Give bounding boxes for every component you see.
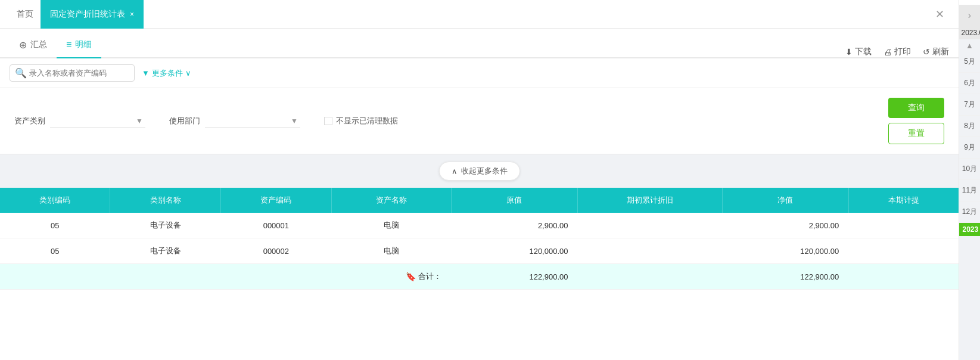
reset-button[interactable]: 重置	[888, 123, 944, 144]
table-header-row: 类别编码 类别名称 资产编码 资产名称 原值 期初累计折旧 净值 本期计提	[0, 188, 959, 213]
summary-icon: ⊕	[19, 39, 27, 51]
cell-category-code: 05	[0, 213, 110, 238]
tab-detail-label: 明细	[75, 39, 92, 50]
tab-detail[interactable]: ≡ 明细	[57, 32, 101, 58]
month-item[interactable]: 11月	[959, 180, 981, 201]
table-row: 05 电子设备 000001 电脑 2,900.00 2,900.00	[0, 213, 959, 238]
col-asset-code: 资产编码	[220, 188, 331, 213]
table-row: 05 电子设备 000002 电脑 120,000.00 120,000.00	[0, 238, 959, 264]
window-close-button[interactable]: ✕	[931, 8, 949, 21]
col-acc-depreciation: 期初累计折旧	[578, 188, 723, 213]
tab-close-icon[interactable]: ×	[130, 10, 134, 18]
cell-current-depreciation	[848, 238, 959, 264]
cell-category-name: 电子设备	[110, 238, 221, 264]
month-item[interactable]: 9月	[959, 137, 981, 159]
col-category-code: 类别编码	[0, 188, 110, 213]
right-panel: › 2023.01 ▲ 5月6月7月8月9月10月11月12月 2023	[959, 0, 980, 360]
month-item[interactable]: 8月	[959, 116, 981, 137]
department-label: 使用部门	[169, 116, 200, 126]
query-button[interactable]: 查询	[888, 98, 944, 118]
hide-cleared-label: 不显示已清理数据	[336, 116, 398, 126]
download-button[interactable]: ⬇ 下载	[845, 46, 872, 57]
col-original-value: 原值	[451, 188, 577, 213]
table-wrap: 类别编码 类别名称 资产编码 资产名称 原值 期初累计折旧 净值 本期计提 05…	[0, 188, 959, 360]
year-badge[interactable]: 2023	[959, 223, 981, 236]
month-nav: 5月6月7月8月9月10月11月12月	[959, 51, 981, 223]
more-conditions-label: 更多条件	[152, 68, 183, 79]
refresh-button[interactable]: ↺ 刷新	[923, 46, 949, 57]
chevron-up-icon: ∧	[452, 167, 458, 176]
cell-net-value: 2,900.00	[722, 213, 848, 238]
total-icon: 🔖	[406, 272, 416, 281]
scroll-up-button[interactable]: ▲	[959, 39, 981, 51]
tab-actions: ⬇ 下载 🖨 打印 ↺ 刷新	[845, 46, 949, 57]
collapse-button[interactable]: ∧ 收起更多条件	[439, 162, 520, 181]
total-empty-1	[0, 264, 110, 290]
print-button[interactable]: 🖨 打印	[883, 46, 911, 57]
tab-summary-label: 汇总	[30, 39, 47, 50]
month-item[interactable]: 7月	[959, 94, 981, 116]
asset-category-field: 资产类别 ▼	[14, 114, 145, 128]
download-icon: ⬇	[845, 47, 853, 57]
col-net-value: 净值	[722, 188, 848, 213]
date-display: 2023.01	[959, 26, 981, 39]
cell-acc-depreciation	[578, 238, 723, 264]
total-net-value: 122,900.00	[722, 264, 848, 290]
chevron-down-icon: ∨	[185, 69, 191, 77]
active-tab[interactable]: 固定资产折旧统计表 ×	[41, 0, 144, 29]
cell-category-code: 05	[0, 238, 110, 264]
filter-bar: 🔍 ▼ 更多条件 ∨	[0, 58, 959, 88]
top-nav: 首页 固定资产折旧统计表 × ✕	[0, 0, 959, 29]
filter-buttons: 查询 重置	[888, 98, 944, 144]
month-item[interactable]: 10月	[959, 159, 981, 180]
total-original-value: 122,900.00	[451, 264, 577, 290]
search-icon: 🔍	[15, 67, 27, 79]
print-label: 打印	[894, 46, 911, 57]
print-icon: 🖨	[883, 47, 892, 57]
refresh-label: 刷新	[932, 46, 949, 57]
search-wrap[interactable]: 🔍	[10, 64, 135, 82]
col-current-depreciation: 本期计提	[848, 188, 959, 213]
filter-icon: ▼	[142, 69, 150, 77]
refresh-icon: ↺	[923, 47, 930, 57]
collapse-label: 收起更多条件	[461, 166, 508, 176]
more-conditions-button[interactable]: ▼ 更多条件 ∨	[142, 68, 191, 79]
asset-category-select[interactable]: ▼	[50, 114, 145, 128]
cell-acc-depreciation	[578, 213, 723, 238]
cell-category-name: 电子设备	[110, 213, 221, 238]
total-label-cell: 🔖 合计：	[331, 264, 451, 290]
col-category-name: 类别名称	[110, 188, 221, 213]
cell-original-value: 2,900.00	[451, 213, 577, 238]
total-row: 🔖 合计： 122,900.00 122,900.00	[0, 264, 959, 290]
col-asset-name: 资产名称	[331, 188, 451, 213]
total-empty-3	[220, 264, 331, 290]
detail-icon: ≡	[66, 39, 71, 50]
download-label: 下载	[855, 46, 872, 57]
tab-bar: ⊕ 汇总 ≡ 明细 ⬇ 下载 🖨 打印 ↺ 刷新	[0, 29, 959, 58]
total-label-text: 合计：	[418, 271, 441, 282]
month-item[interactable]: 5月	[959, 51, 981, 73]
cell-current-depreciation	[848, 213, 959, 238]
cell-asset-code: 000001	[220, 213, 331, 238]
tab-title: 固定资产折旧统计表	[50, 9, 125, 20]
asset-category-label: 资产类别	[14, 116, 45, 126]
total-empty-2	[110, 264, 221, 290]
month-item[interactable]: 6月	[959, 73, 981, 94]
advanced-filter: 资产类别 ▼ 使用部门 ▼ 不显示已清理数据 查询 重置	[0, 88, 959, 154]
asset-category-arrow: ▼	[136, 117, 143, 125]
month-item[interactable]: 12月	[959, 201, 981, 223]
department-select[interactable]: ▼	[205, 114, 300, 128]
home-nav[interactable]: 首页	[10, 9, 41, 20]
cell-net-value: 120,000.00	[722, 238, 848, 264]
hide-cleared-field[interactable]: 不显示已清理数据	[324, 116, 398, 126]
department-arrow: ▼	[291, 117, 298, 125]
panel-expand-arrow[interactable]: ›	[959, 5, 981, 26]
collapse-bar: ∧ 收起更多条件	[0, 154, 959, 188]
hide-cleared-checkbox[interactable]	[324, 117, 332, 125]
cell-asset-code: 000002	[220, 238, 331, 264]
cell-asset-name: 电脑	[331, 213, 451, 238]
total-current-depreciation	[848, 264, 959, 290]
cell-asset-name: 电脑	[331, 238, 451, 264]
search-input[interactable]	[29, 69, 129, 77]
tab-summary[interactable]: ⊕ 汇总	[10, 32, 57, 58]
